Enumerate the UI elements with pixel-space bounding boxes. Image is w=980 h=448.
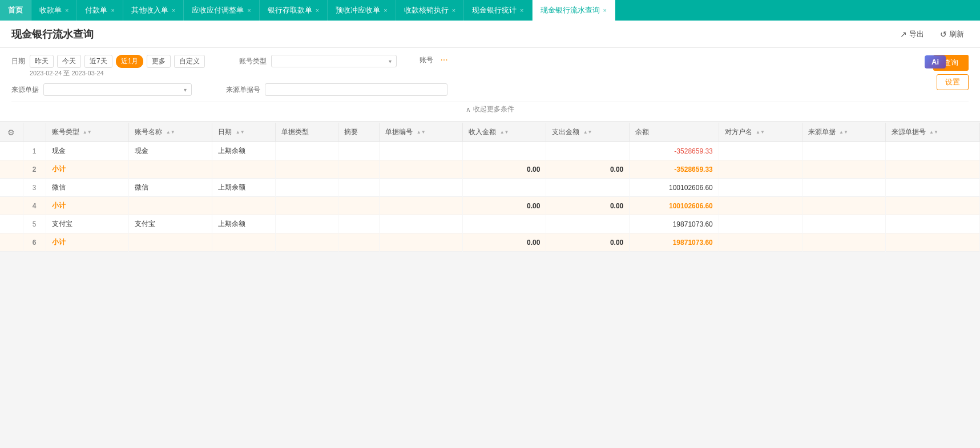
row-income [463, 179, 546, 197]
row-source-doc [802, 142, 885, 160]
export-button[interactable]: ↗ 导出 [896, 27, 929, 42]
table-row[interactable]: 5 支付宝 支付宝 上期余额 19871073.60 [0, 215, 980, 233]
table-settings-col[interactable]: ⚙ [0, 123, 23, 142]
sort-expense-icon: ▲▼ [583, 130, 592, 135]
col-income[interactable]: 收入金额 ▲▼ [463, 123, 546, 142]
top-nav: 首页 收款单 × 付款单 × 其他收入单 × 应收应付调整单 × 银行存取款单 … [0, 0, 980, 21]
row-summary [338, 179, 380, 197]
row-account-type: 现金 [46, 142, 129, 160]
row-counter-party [719, 160, 802, 179]
row-summary [338, 197, 380, 215]
col-doc-type: 单据类型 [275, 123, 338, 142]
col-account-name[interactable]: 账号名称 ▲▼ [129, 123, 212, 142]
row-balance: 19871073.60 [630, 233, 719, 252]
sort-income-icon: ▲▼ [500, 130, 509, 135]
nav-receipt[interactable]: 收款单 × [31, 0, 77, 21]
account-dots[interactable]: ··· [438, 55, 450, 65]
row-account-type: 微信 [46, 179, 129, 197]
nav-statistics[interactable]: 现金银行统计 × [464, 0, 532, 21]
row-account-name: 支付宝 [129, 215, 212, 233]
source-doc-no-input[interactable] [265, 83, 447, 96]
date-more[interactable]: 更多 [147, 55, 171, 68]
table-row[interactable]: 6 小计 0.00 0.00 19871073.60 [0, 233, 980, 252]
row-expense [546, 142, 630, 160]
nav-other-income[interactable]: 其他收入单 × [123, 0, 184, 21]
ai-button[interactable]: Ai [925, 55, 946, 68]
col-expense[interactable]: 支出金额 ▲▼ [546, 123, 630, 142]
row-income [463, 215, 546, 233]
row-counter-party [719, 179, 802, 197]
table-row[interactable]: 1 现金 现金 上期余额 -3528659.33 [0, 142, 980, 160]
table-row[interactable]: 2 小计 0.00 0.00 -3528659.33 [0, 160, 980, 179]
row-account-type: 支付宝 [46, 215, 129, 233]
row-counter-party [719, 215, 802, 233]
source-doc-select[interactable]: ▾ [43, 83, 192, 96]
nav-bank-deposit[interactable]: 银行存取款单 × [260, 0, 328, 21]
account-type-select[interactable]: ▾ [271, 55, 397, 67]
row-doc-type [275, 215, 338, 233]
close-flow-query-icon[interactable]: × [603, 7, 607, 14]
nav-ar-ap-adjust[interactable]: 应收应付调整单 × [184, 0, 259, 21]
close-receipt-icon[interactable]: × [65, 7, 68, 14]
date-today[interactable]: 今天 [57, 55, 81, 68]
row-num: 3 [23, 179, 46, 197]
close-payment-icon[interactable]: × [111, 7, 114, 14]
table-row[interactable]: 3 微信 微信 上期余额 100102606.60 [0, 179, 980, 197]
sort-source-doc-icon: ▲▼ [839, 130, 848, 135]
date-1month[interactable]: 近1月 [116, 55, 144, 68]
row-account-type: 小计 [46, 233, 129, 252]
col-doc-no[interactable]: 单据编号 ▲▼ [380, 123, 463, 142]
row-account-type: 小计 [46, 160, 129, 179]
row-num: 5 [23, 215, 46, 233]
close-verify-icon[interactable]: × [452, 7, 455, 14]
close-statistics-icon[interactable]: × [520, 7, 523, 14]
row-balance: 100102606.60 [630, 197, 719, 215]
account-type-label: 账号类型 [239, 56, 267, 66]
row-date [212, 160, 275, 179]
date-7days[interactable]: 近7天 [84, 55, 112, 68]
col-counter-party[interactable]: 对方户名 ▲▼ [719, 123, 802, 142]
sort-source-doc-no-icon: ▲▼ [929, 130, 938, 135]
row-source-doc-no [885, 197, 979, 215]
row-source-doc-no [885, 233, 979, 252]
table-gear-icon[interactable]: ⚙ [7, 128, 15, 137]
row-gear [0, 233, 23, 252]
close-other-income-icon[interactable]: × [172, 7, 175, 14]
nav-home[interactable]: 首页 [0, 0, 31, 21]
row-source-doc [802, 179, 885, 197]
nav-payment[interactable]: 付款单 × [77, 0, 123, 21]
close-prepay-icon[interactable]: × [384, 7, 387, 14]
row-doc-no [380, 215, 463, 233]
sort-doc-no-icon: ▲▼ [417, 130, 426, 135]
row-summary [338, 215, 380, 233]
refresh-button[interactable]: ↺ 刷新 [935, 27, 969, 42]
nav-prepay[interactable]: 预收冲应收单 × [328, 0, 396, 21]
row-account-type: 小计 [46, 197, 129, 215]
date-yesterday[interactable]: 昨天 [30, 55, 54, 68]
row-doc-no [380, 197, 463, 215]
settings-button[interactable]: 设置 [937, 74, 969, 90]
col-account-type[interactable]: 账号类型 ▲▼ [46, 123, 129, 142]
col-date[interactable]: 日期 ▲▼ [212, 123, 275, 142]
nav-flow-query[interactable]: 现金银行流水查询 × [533, 0, 615, 21]
row-account-name: 微信 [129, 179, 212, 197]
table-wrapper: ⚙ 账号类型 ▲▼ 账号名称 ▲▼ 日期 ▲▼ 单据类型 摘要 单 [0, 123, 980, 252]
close-bank-icon[interactable]: × [316, 7, 319, 14]
col-source-doc-no[interactable]: 来源单据号 ▲▼ [885, 123, 979, 142]
page-title: 现金银行流水查询 [11, 27, 94, 41]
row-gear [0, 142, 23, 160]
row-account-name [129, 233, 212, 252]
date-custom[interactable]: 自定义 [174, 55, 205, 68]
close-ar-ap-icon[interactable]: × [247, 7, 251, 14]
row-income: 0.00 [463, 197, 546, 215]
row-balance: -3528659.33 [630, 160, 719, 179]
row-doc-no [380, 160, 463, 179]
collapse-button[interactable]: ∧ 收起更多条件 [466, 104, 514, 114]
source-doc-no-label: 来源单据号 [226, 85, 260, 95]
col-source-doc[interactable]: 来源单据 ▲▼ [802, 123, 885, 142]
col-summary: 摘要 [338, 123, 380, 142]
collapse-icon: ∧ [466, 106, 471, 114]
row-gear [0, 197, 23, 215]
nav-verify[interactable]: 收款核销执行 × [396, 0, 464, 21]
table-row[interactable]: 4 小计 0.00 0.00 100102606.60 [0, 197, 980, 215]
